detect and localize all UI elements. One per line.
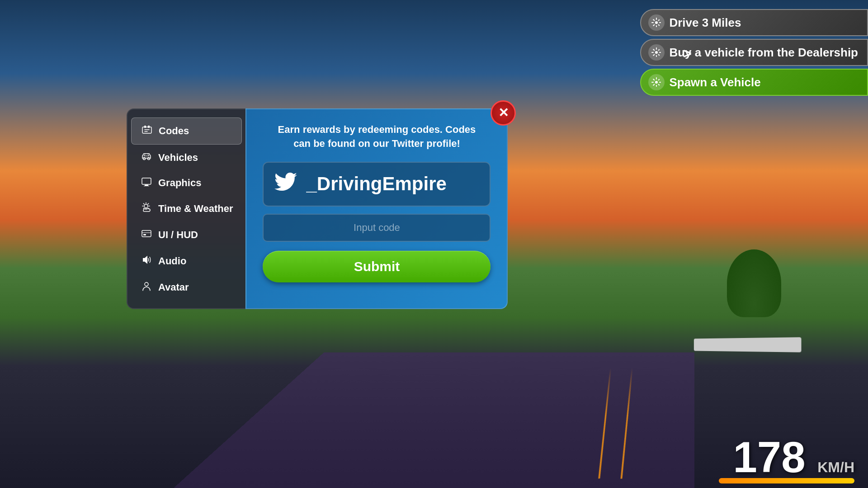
- quest-buy-vehicle[interactable]: Buy a vehicle from the Dealership: [640, 39, 868, 66]
- sidebar-avatar-label: Avatar: [158, 282, 189, 293]
- speed-value: 178: [733, 433, 805, 481]
- speed-unit: KM/H: [817, 459, 854, 475]
- graphics-icon: [140, 177, 153, 189]
- sidebar-item-codes[interactable]: Codes: [131, 117, 242, 145]
- sidebar-item-graphics[interactable]: Graphics: [131, 171, 242, 195]
- quest-drive-miles[interactable]: Drive 3 Miles: [640, 9, 868, 36]
- sidebar-item-audio[interactable]: Audio: [131, 249, 242, 274]
- svg-point-1: [655, 51, 658, 54]
- quest-spawn-vehicle[interactable]: Spawn a Vehicle: [640, 69, 868, 96]
- speedometer: 178 KM/H: [733, 436, 854, 479]
- svg-point-15: [145, 282, 148, 286]
- gear-icon-3: [651, 77, 661, 87]
- svg-point-11: [144, 204, 148, 208]
- quest-panel: Drive 3 Miles Buy a vehicle from the Dea…: [640, 9, 868, 96]
- twitter-handle: _DrivingEmpire: [306, 173, 446, 195]
- quest-drive-icon: [648, 14, 665, 31]
- audio-icon: [140, 255, 153, 267]
- sidebar-vehicles-label: Vehicles: [158, 152, 198, 164]
- time-weather-icon: [140, 202, 153, 215]
- quest-buy-icon: [648, 44, 665, 61]
- svg-rect-5: [148, 126, 150, 128]
- codes-content: ✕ Earn rewards by redeeming codes. Codes…: [245, 108, 508, 309]
- quest-spawn-icon: [648, 74, 665, 90]
- svg-point-0: [655, 21, 658, 24]
- codes-description: Earn rewards by redeeming codes. Codesca…: [263, 123, 491, 151]
- code-input[interactable]: [263, 214, 491, 242]
- submit-button[interactable]: Submit: [263, 251, 491, 282]
- sidebar: Codes Vehicles Graphics: [127, 108, 245, 309]
- sidebar-audio-label: Audio: [158, 255, 186, 267]
- close-icon: ✕: [498, 107, 509, 119]
- road: [174, 352, 694, 488]
- guardrail: [694, 337, 802, 352]
- sidebar-item-avatar[interactable]: Avatar: [131, 275, 242, 300]
- quest-arrow: >: [683, 45, 692, 62]
- sidebar-codes-label: Codes: [159, 125, 189, 137]
- road-line-right: [621, 368, 633, 479]
- svg-rect-3: [142, 127, 151, 133]
- sidebar-item-time-weather[interactable]: Time & Weather: [131, 196, 242, 221]
- road-line-left: [598, 368, 611, 479]
- svg-point-6: [143, 158, 146, 160]
- avatar-icon: [140, 281, 153, 294]
- codes-icon: [141, 124, 153, 138]
- sidebar-ui-hud-label: UI / HUD: [158, 229, 198, 241]
- svg-rect-8: [142, 178, 151, 184]
- vegetation: [727, 249, 781, 317]
- quest-buy-label: Buy a vehicle from the Dealership: [669, 46, 858, 60]
- dialog-overlay: Codes Vehicles Graphics: [127, 108, 508, 309]
- twitter-link-box[interactable]: _DrivingEmpire: [263, 162, 491, 206]
- quest-drive-label: Drive 3 Miles: [669, 16, 741, 30]
- quest-spawn-label: Spawn a Vehicle: [669, 75, 760, 89]
- vehicles-icon: [140, 152, 153, 164]
- svg-point-2: [655, 81, 658, 84]
- svg-rect-10: [144, 186, 149, 186]
- speed-bar: [719, 478, 854, 483]
- svg-point-7: [148, 158, 150, 160]
- sidebar-time-weather-label: Time & Weather: [158, 203, 233, 215]
- svg-rect-9: [145, 185, 148, 186]
- ui-hud-icon: [140, 229, 153, 241]
- sidebar-graphics-label: Graphics: [158, 177, 201, 189]
- gear-icon: [651, 18, 661, 28]
- svg-rect-12: [142, 230, 151, 237]
- twitter-icon: [274, 172, 297, 197]
- svg-rect-14: [143, 234, 146, 235]
- gear-icon-2: [651, 47, 661, 57]
- sidebar-item-vehicles[interactable]: Vehicles: [131, 145, 242, 170]
- sidebar-item-ui-hud[interactable]: UI / HUD: [131, 222, 242, 248]
- svg-rect-4: [144, 126, 146, 128]
